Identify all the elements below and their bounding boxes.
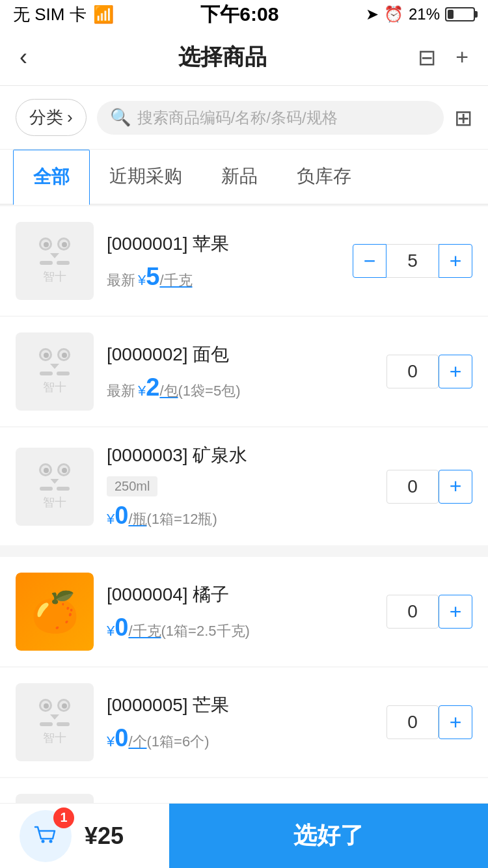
filter-icon[interactable]: ⊟ bbox=[418, 44, 436, 70]
search-placeholder: 搜索商品编码/名称/条码/规格 bbox=[137, 107, 338, 128]
product-name-2: [0000003] 矿泉水 bbox=[107, 443, 373, 468]
battery-icon bbox=[445, 7, 475, 21]
tab-new[interactable]: 新品 bbox=[202, 150, 277, 205]
status-left: 无 SIM 卡 📶 bbox=[13, 3, 114, 26]
nav-bar: ‹ 选择商品 ⊟ + bbox=[0, 29, 488, 86]
tab-all[interactable]: 全部 bbox=[13, 150, 90, 205]
product-name-3: [0000004] 橘子 bbox=[107, 582, 373, 607]
qty-input-4[interactable] bbox=[386, 705, 439, 739]
category-button[interactable]: 分类 › bbox=[16, 99, 87, 136]
owl-label: 智十 bbox=[43, 730, 66, 746]
category-label: 分类 bbox=[29, 106, 63, 129]
tab-negative[interactable]: 负库存 bbox=[277, 150, 371, 205]
owl-logo: 智十 bbox=[39, 463, 70, 510]
owl-label: 智十 bbox=[43, 379, 66, 395]
qty-control-4: + bbox=[386, 705, 472, 739]
product-price-1: 最新 ¥ 2 /包 (1袋=5包) bbox=[107, 373, 373, 401]
product-price-2: ¥ 0 /瓶 (1箱=12瓶) bbox=[107, 502, 373, 530]
product-image-3: 🍊 bbox=[16, 573, 94, 651]
page-title: 选择商品 bbox=[178, 42, 267, 72]
table-row: 智十 [0000001] 苹果 最新 ¥ 5 /千克 − + bbox=[0, 206, 488, 316]
confirm-button[interactable]: 选好了 bbox=[169, 804, 488, 869]
cart-section: 1 ¥25 bbox=[0, 810, 169, 862]
owl-logo: 智十 bbox=[39, 348, 70, 395]
product-info-0: [0000001] 苹果 最新 ¥ 5 /千克 bbox=[107, 232, 340, 291]
qty-control-0: − + bbox=[353, 244, 472, 278]
qty-plus-button-4[interactable]: + bbox=[439, 705, 472, 739]
product-name-4: [0000005] 芒果 bbox=[107, 693, 373, 718]
price-symbol-0: ¥ bbox=[138, 272, 146, 289]
product-info-1: [0000002] 面包 最新 ¥ 2 /包 (1袋=5包) bbox=[107, 342, 373, 401]
divider bbox=[0, 547, 488, 557]
price-unit-0: /千克 bbox=[159, 271, 192, 290]
nav-right: ⊟ + bbox=[418, 44, 468, 70]
owl-logo: 智十 bbox=[39, 699, 70, 746]
product-image-1: 智十 bbox=[16, 332, 94, 411]
cart-icon-wrap[interactable]: 1 bbox=[20, 810, 72, 862]
product-info-2: [0000003] 矿泉水 250ml ¥ 0 /瓶 (1箱=12瓶) bbox=[107, 443, 373, 530]
search-icon: 🔍 bbox=[110, 107, 131, 128]
product-price-4: ¥ 0 /个 (1箱=6个) bbox=[107, 724, 373, 752]
bottom-bar: 1 ¥25 选好了 bbox=[0, 803, 488, 868]
product-list: 智十 [0000001] 苹果 最新 ¥ 5 /千克 − + bbox=[0, 206, 488, 868]
scan-button[interactable]: ⊞ bbox=[454, 105, 472, 131]
cart-badge: 1 bbox=[53, 807, 74, 828]
back-button[interactable]: ‹ bbox=[20, 44, 27, 71]
qty-control-2: + bbox=[386, 470, 472, 504]
status-right: ➤ ⏰ 21% bbox=[366, 5, 475, 23]
qty-input-3[interactable] bbox=[386, 595, 439, 629]
search-wrap[interactable]: 🔍 搜索商品编码/名称/条码/规格 bbox=[97, 101, 444, 135]
product-price-0: 最新 ¥ 5 /千克 bbox=[107, 263, 340, 291]
qty-plus-button-1[interactable]: + bbox=[439, 355, 472, 388]
cart-icon bbox=[31, 822, 60, 850]
wifi-icon: 📶 bbox=[93, 5, 114, 25]
tab-bar: 全部 近期采购 新品 负库存 bbox=[0, 150, 488, 205]
battery-percent: 21% bbox=[409, 5, 440, 23]
filter-bar: 分类 › 🔍 搜索商品编码/名称/条码/规格 ⊞ bbox=[0, 86, 488, 150]
svg-point-1 bbox=[49, 839, 53, 843]
table-row: 智十 [0000002] 面包 最新 ¥ 2 /包 (1袋=5包) + bbox=[0, 317, 488, 426]
qty-control-1: + bbox=[386, 355, 472, 388]
price-value-0: 5 bbox=[146, 263, 159, 291]
carrier-text: 无 SIM 卡 bbox=[13, 3, 87, 26]
qty-minus-button-0[interactable]: − bbox=[353, 244, 386, 278]
qty-input-2[interactable] bbox=[386, 470, 439, 504]
qty-plus-button-3[interactable]: + bbox=[439, 595, 472, 629]
location-icon: ➤ bbox=[366, 5, 379, 23]
table-row: 🍊 [0000004] 橘子 ¥ 0 /千克 (1箱=2.5千克) + bbox=[0, 557, 488, 666]
owl-logo: 智十 bbox=[39, 237, 70, 284]
qty-input-1[interactable] bbox=[386, 355, 439, 388]
product-info-4: [0000005] 芒果 ¥ 0 /个 (1箱=6个) bbox=[107, 693, 373, 752]
add-icon[interactable]: + bbox=[455, 44, 468, 70]
table-row: 智十 [0000005] 芒果 ¥ 0 /个 (1箱=6个) + bbox=[0, 668, 488, 777]
tab-recent[interactable]: 近期采购 bbox=[90, 150, 202, 205]
status-time: 下午6:08 bbox=[200, 1, 278, 28]
qty-input-0[interactable] bbox=[386, 244, 439, 278]
owl-label: 智十 bbox=[43, 269, 66, 284]
product-name-1: [0000002] 面包 bbox=[107, 342, 373, 367]
product-image-2: 智十 bbox=[16, 448, 94, 526]
product-name-0: [0000001] 苹果 bbox=[107, 232, 340, 256]
qty-control-3: + bbox=[386, 595, 472, 629]
product-info-3: [0000004] 橘子 ¥ 0 /千克 (1箱=2.5千克) bbox=[107, 582, 373, 642]
cart-total: ¥25 bbox=[85, 822, 124, 850]
svg-point-0 bbox=[42, 839, 45, 843]
alarm-icon: ⏰ bbox=[384, 5, 403, 23]
status-bar: 无 SIM 卡 📶 下午6:08 ➤ ⏰ 21% bbox=[0, 0, 488, 29]
product-image-4: 智十 bbox=[16, 683, 94, 761]
price-label-0: 最新 bbox=[107, 271, 135, 290]
product-spec-2: 250ml bbox=[107, 476, 157, 496]
product-image-0: 智十 bbox=[16, 222, 94, 300]
orange-image: 🍊 bbox=[16, 573, 94, 651]
category-arrow: › bbox=[67, 107, 73, 128]
qty-plus-button-2[interactable]: + bbox=[439, 470, 472, 504]
qty-plus-button-0[interactable]: + bbox=[439, 244, 472, 278]
table-row: 智十 [0000003] 矿泉水 250ml ¥ 0 /瓶 (1箱=12瓶) + bbox=[0, 427, 488, 545]
product-price-3: ¥ 0 /千克 (1箱=2.5千克) bbox=[107, 614, 373, 642]
owl-label: 智十 bbox=[43, 495, 66, 510]
